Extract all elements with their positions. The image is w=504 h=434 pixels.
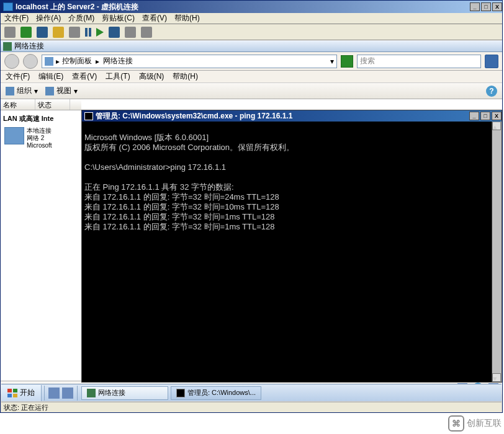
search-button[interactable] — [485, 55, 498, 68]
fullscreen-icon[interactable] — [141, 27, 152, 38]
explorer-titlebar[interactable]: 网络连接 — [1, 41, 502, 52]
scroll-up-button[interactable]: ▴ — [492, 122, 501, 130]
windows-logo-icon — [7, 389, 17, 397]
play-icon[interactable] — [96, 28, 104, 37]
cmd-maximize-button[interactable]: □ — [480, 112, 490, 120]
exp-menu-help[interactable]: 帮助(H) — [173, 71, 198, 82]
vm-title: localhost 上的 Server2 - 虚拟机连接 — [16, 2, 469, 12]
cmd-output[interactable]: Microsoft Windows [版本 6.0.6001] 版权所有 (C)… — [82, 122, 502, 382]
close-button[interactable]: X — [492, 2, 502, 11]
menu-view[interactable]: 查看(V) — [142, 13, 167, 24]
menu-help[interactable]: 帮助(H) — [174, 13, 200, 24]
address-bar: ▸ 控制面板 ▸ 网络连接 ▾ 搜索 — [1, 52, 502, 71]
taskbar: 开始 网络连接 管理员: C:\Windows\... — [1, 384, 502, 401]
revert-icon[interactable] — [109, 27, 120, 38]
vm-titlebar[interactable]: localhost 上的 Server2 - 虚拟机连接 _ □ X — [1, 1, 502, 13]
shutdown-icon[interactable] — [53, 27, 64, 38]
snapshot-icon[interactable] — [125, 27, 136, 38]
cmd-scrollbar[interactable]: ▴ ▾ — [492, 122, 502, 382]
exp-menu-file[interactable]: 文件(F) — [6, 71, 30, 82]
explorer-title: 网络连接 — [14, 41, 44, 51]
refresh-button[interactable] — [341, 55, 353, 68]
vm-toolbar — [1, 24, 502, 40]
folder-icon — [45, 57, 53, 66]
exp-menu-tools[interactable]: 工具(T) — [106, 71, 130, 82]
breadcrumb-root[interactable]: 控制面板 — [62, 56, 92, 66]
network-icon — [3, 42, 12, 51]
taskbar-item-network[interactable]: 网络连接 — [81, 386, 168, 400]
exp-menu-view[interactable]: 查看(V) — [72, 71, 97, 82]
start-button[interactable]: 开始 — [1, 385, 42, 401]
menu-media[interactable]: 介质(M) — [68, 13, 94, 24]
network-icon — [87, 389, 96, 397]
explorer-menubar: 文件(F) 编辑(E) 查看(V) 工具(T) 高级(N) 帮助(H) — [1, 71, 502, 83]
connection-item[interactable]: 本地连接 网络 2 Microsoft — [3, 125, 79, 152]
start-icon[interactable] — [20, 27, 32, 38]
vm-statusbar: 状态: 正在运行 — [1, 402, 502, 412]
cmd-icon — [84, 112, 93, 120]
vm-status-text: 状态: 正在运行 — [4, 403, 48, 412]
group-header: LAN 或高速 Inte — [3, 113, 79, 125]
menu-file[interactable]: 文件(F) — [4, 13, 29, 24]
exp-menu-edit[interactable]: 编辑(E) — [38, 71, 63, 82]
col-name[interactable]: 名称 — [1, 99, 35, 110]
organize-icon — [6, 87, 14, 95]
breadcrumb-current[interactable]: 网络连接 — [103, 56, 133, 66]
search-input[interactable]: 搜索 — [357, 55, 481, 68]
vm-icon — [3, 2, 13, 11]
menu-clipboard[interactable]: 剪贴板(C) — [102, 13, 135, 24]
watermark: ⌘ 创新互联 — [448, 415, 502, 432]
vm-menubar: 文件(F) 操作(A) 介质(M) 剪贴板(C) 查看(V) 帮助(H) — [1, 13, 502, 24]
watermark-logo-icon: ⌘ — [448, 415, 464, 432]
organize-button[interactable]: 组织▾ — [6, 86, 38, 96]
cmd-title: 管理员: C:\Windows\system32\cmd.exe - ping … — [96, 111, 468, 122]
cmd-titlebar[interactable]: 管理员: C:\Windows\system32\cmd.exe - ping … — [82, 110, 502, 122]
help-icon[interactable]: ? — [486, 86, 497, 97]
quick-launch-icon-2[interactable] — [62, 388, 73, 399]
lan-icon — [4, 127, 24, 144]
address-input[interactable]: ▸ 控制面板 ▸ 网络连接 ▾ — [42, 55, 337, 68]
menu-action[interactable]: 操作(A) — [36, 13, 61, 24]
vm-window: localhost 上的 Server2 - 虚拟机连接 _ □ X 文件(F)… — [0, 0, 503, 413]
conn-net: 网络 2 — [27, 135, 52, 142]
col-status[interactable]: 状态 — [35, 99, 70, 110]
quick-launch-icon-1[interactable] — [48, 388, 60, 399]
file-list: 名称 状态 LAN 或高速 Inte 本地连接 网络 2 Microsoft — [1, 99, 81, 381]
cmd-icon — [176, 389, 185, 397]
minimize-button[interactable]: _ — [470, 2, 480, 11]
view-button[interactable]: 视图▾ — [45, 86, 78, 96]
ctrl-alt-del-icon[interactable] — [4, 27, 16, 38]
explorer-toolbar: 组织▾ 视图▾ ? — [1, 83, 502, 99]
exp-menu-advanced[interactable]: 高级(N) — [139, 71, 164, 82]
view-icon — [45, 87, 54, 95]
pause-icon[interactable] — [85, 28, 91, 37]
conn-vendor: Microsoft — [27, 142, 52, 149]
back-button[interactable] — [4, 54, 19, 69]
maximize-button[interactable]: □ — [481, 2, 491, 11]
taskbar-item-cmd[interactable]: 管理员: C:\Windows\... — [171, 386, 261, 400]
scroll-down-button[interactable]: ▾ — [492, 373, 501, 382]
turnoff-icon[interactable] — [37, 27, 48, 38]
save-icon[interactable] — [69, 27, 80, 38]
forward-button[interactable] — [23, 54, 38, 69]
cmd-window: 管理员: C:\Windows\system32\cmd.exe - ping … — [81, 110, 502, 383]
cmd-close-button[interactable]: X — [492, 112, 502, 120]
cmd-minimize-button[interactable]: _ — [469, 112, 479, 120]
conn-name: 本地连接 — [27, 127, 52, 135]
